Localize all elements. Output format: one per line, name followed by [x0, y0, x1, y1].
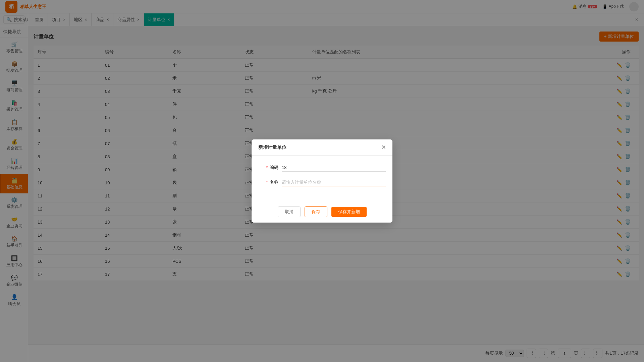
- code-input[interactable]: [282, 164, 386, 172]
- modal-header: 新增计量单位 ✕: [252, 139, 392, 156]
- modal-footer: 取消 保存 保存并新增: [252, 201, 392, 223]
- cancel-button[interactable]: 取消: [278, 206, 301, 217]
- name-row: * 名称: [258, 178, 386, 186]
- modal-close-button[interactable]: ✕: [381, 144, 386, 150]
- name-label: * 名称: [258, 179, 278, 185]
- save-button[interactable]: 保存: [305, 206, 327, 217]
- code-required-mark: *: [266, 165, 268, 170]
- modal-title: 新增计量单位: [258, 144, 286, 150]
- code-row: * 编码: [258, 164, 386, 172]
- modal-overlay: 新增计量单位 ✕ * 编码 * 名称 取消 保存 保存并新增: [0, 0, 644, 362]
- name-required-mark: *: [266, 180, 268, 185]
- name-input[interactable]: [282, 178, 386, 186]
- save-and-new-button[interactable]: 保存并新增: [331, 207, 367, 217]
- add-unit-modal: 新增计量单位 ✕ * 编码 * 名称 取消 保存 保存并新增: [252, 139, 392, 223]
- code-label: * 编码: [258, 165, 278, 171]
- modal-body: * 编码 * 名称: [252, 156, 392, 201]
